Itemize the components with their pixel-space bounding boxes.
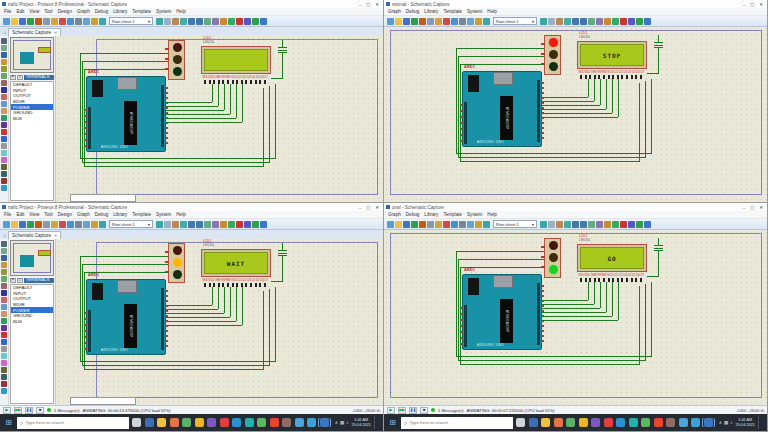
graph-mode-icon[interactable]: [1, 101, 7, 107]
taskbar-search[interactable]: ⌕: [401, 417, 513, 429]
line-icon[interactable]: [1, 143, 7, 149]
search-tag-icon[interactable]: [236, 18, 243, 25]
traffic-light-component[interactable]: [168, 243, 185, 283]
block-copy-icon[interactable]: [483, 18, 490, 25]
open-folder-icon[interactable]: [11, 18, 18, 25]
redo-icon[interactable]: [451, 221, 458, 228]
maximize-button[interactable]: ▢: [366, 2, 370, 7]
steam-icon[interactable]: [666, 418, 675, 427]
schematic-canvas[interactable]: ATMEGA328P ARDUINO UNO ARD1: [384, 230, 767, 405]
bill-of-materials-icon[interactable]: [260, 221, 267, 228]
steam-icon[interactable]: [282, 418, 291, 427]
menu-item[interactable]: Debug: [95, 212, 109, 217]
zoom-out-icon[interactable]: [196, 18, 203, 25]
tab-schematic-capture[interactable]: Schematic Capture ✕: [8, 28, 61, 36]
close-button[interactable]: ✕: [375, 205, 379, 210]
arduino-uno-board[interactable]: ATMEGA328P ARDUINO UNO: [86, 279, 166, 355]
zoom-area-icon[interactable]: [212, 18, 219, 25]
menu-item[interactable]: Edit: [16, 212, 24, 217]
mark-area-icon[interactable]: [435, 221, 442, 228]
sheet-selector-dropdown[interactable]: Root sheet 1 ▾: [109, 17, 153, 25]
junction-dot-icon[interactable]: [1, 255, 7, 261]
cut-icon[interactable]: [75, 221, 82, 228]
store-icon[interactable]: [579, 418, 588, 427]
tab-schematic-capture[interactable]: Schematic Capture ✕: [8, 231, 61, 239]
edge-icon[interactable]: [529, 418, 538, 427]
zoom-in-icon[interactable]: [572, 18, 579, 25]
tray-icon[interactable]: ▦: [724, 420, 728, 425]
redraw-icon[interactable]: [540, 18, 547, 25]
current-probe-icon[interactable]: [1, 332, 7, 338]
close-button[interactable]: ✕: [759, 2, 763, 7]
cut-icon[interactable]: [75, 18, 82, 25]
menu-item[interactable]: Library: [113, 9, 127, 14]
sheet-selector-dropdown[interactable]: Root sheet 1 ▾: [493, 17, 537, 25]
arduino-uno-board[interactable]: ATMEGA328P ARDUINO UNO: [86, 76, 166, 152]
save-icon[interactable]: [403, 18, 410, 25]
telegram-icon[interactable]: [307, 418, 316, 427]
schematic-canvas[interactable]: ATMEGA328P ARDUINO UNO ARD1: [384, 27, 767, 202]
menu-item[interactable]: Graph: [77, 9, 90, 14]
selection-mode-icon[interactable]: [1, 241, 7, 247]
save-icon[interactable]: [19, 221, 26, 228]
schematic-canvas[interactable]: ATMEGA328P ARDUINO UNO ARD1: [56, 239, 383, 405]
origin-icon[interactable]: [172, 18, 179, 25]
wire-autorouter-icon[interactable]: [612, 18, 619, 25]
taskbar-clock[interactable]: 1:42 AM 29-04-2021: [736, 418, 755, 427]
overview-minimap[interactable]: [10, 37, 54, 73]
undo-icon[interactable]: [59, 221, 66, 228]
generator-icon[interactable]: [1, 318, 7, 324]
instant-edit-icon[interactable]: [220, 18, 227, 25]
taskbar-search[interactable]: ⌕: [17, 417, 129, 429]
menu-item[interactable]: Help: [176, 212, 185, 217]
symbols-icon[interactable]: [1, 185, 7, 191]
tape-recorder-icon[interactable]: [1, 108, 7, 114]
bill-of-materials-icon[interactable]: [260, 18, 267, 25]
overview-minimap[interactable]: [10, 240, 54, 276]
open-folder-icon[interactable]: [395, 18, 402, 25]
virtual-instruments-icon[interactable]: [1, 136, 7, 142]
menu-item[interactable]: File: [4, 212, 11, 217]
import-icon[interactable]: [27, 221, 34, 228]
cut-icon[interactable]: [459, 18, 466, 25]
simulate-step-button[interactable]: ▶▶: [14, 407, 22, 414]
instant-edit-icon[interactable]: [604, 18, 611, 25]
simulate-stop-button[interactable]: ■: [420, 407, 428, 414]
text-script-icon[interactable]: [1, 66, 7, 72]
minimize-button[interactable]: –: [359, 2, 361, 7]
lcd-display[interactable]: WAIT: [201, 249, 271, 277]
copy-icon[interactable]: [83, 18, 90, 25]
file-explorer-icon[interactable]: [541, 418, 550, 427]
tray-icon[interactable]: ∧: [719, 420, 722, 425]
traffic-light-component[interactable]: [544, 35, 561, 75]
zoom-extents-icon[interactable]: [204, 221, 211, 228]
traffic-light-component[interactable]: [168, 40, 185, 80]
discord-icon[interactable]: [207, 418, 216, 427]
notification-center-button[interactable]: [374, 416, 380, 429]
import-icon[interactable]: [411, 221, 418, 228]
terminals-mode-icon[interactable]: [1, 290, 7, 296]
redo-icon[interactable]: [451, 18, 458, 25]
design-explorer-icon[interactable]: [636, 221, 643, 228]
search-input[interactable]: [409, 420, 510, 425]
menu-item[interactable]: File: [4, 9, 11, 14]
menu-item[interactable]: Template: [443, 9, 462, 14]
buses-icon[interactable]: [1, 276, 7, 282]
gmail-icon[interactable]: [604, 418, 613, 427]
export-icon[interactable]: [35, 221, 42, 228]
zoom-extents-icon[interactable]: [588, 18, 595, 25]
tray-icon[interactable]: ♪: [730, 420, 732, 425]
menu-item[interactable]: System: [467, 212, 482, 217]
chrome-icon[interactable]: [679, 418, 688, 427]
zoom-out-icon[interactable]: [580, 18, 587, 25]
message-count[interactable]: 1 Message(s): [438, 408, 463, 413]
search-tag-icon[interactable]: [620, 18, 627, 25]
simulate-play-button[interactable]: ▶: [387, 407, 395, 414]
device-pins-icon[interactable]: [1, 297, 7, 303]
junction-dot-icon[interactable]: [1, 52, 7, 58]
simulate-play-button[interactable]: ▶: [3, 407, 11, 414]
menu-item[interactable]: Template: [443, 212, 462, 217]
maximize-button[interactable]: ▢: [750, 205, 754, 210]
print-icon[interactable]: [43, 18, 50, 25]
menu-item[interactable]: Tool: [44, 212, 52, 217]
